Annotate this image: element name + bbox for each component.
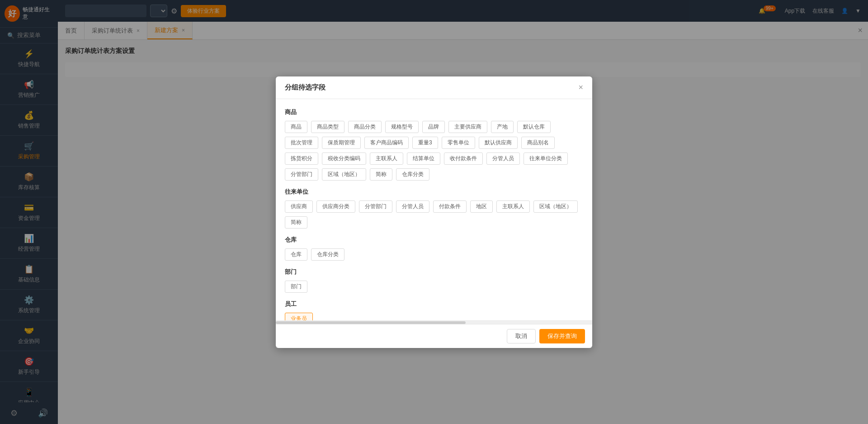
field-grid-staff: 业务员 — [285, 313, 583, 320]
field-tag-主要供应商[interactable]: 主要供应商 — [448, 121, 487, 133]
modal-footer: 取消 保存并查询 — [276, 324, 592, 348]
section-title-department: 部门 — [285, 268, 583, 276]
field-tag-业务员[interactable]: 业务员 — [285, 313, 313, 320]
modal-close-button[interactable]: × — [578, 83, 583, 92]
field-tag-品牌[interactable]: 品牌 — [422, 121, 445, 133]
field-tag-收付款条件[interactable]: 收付款条件 — [444, 152, 483, 165]
field-tag-分管部门[interactable]: 分管部门 — [359, 200, 392, 213]
field-tag-保质期管理[interactable]: 保质期管理 — [322, 137, 361, 149]
field-tag-仓库分类[interactable]: 仓库分类 — [311, 248, 344, 261]
field-tag-地区[interactable]: 地区 — [470, 200, 493, 213]
field-tag-商品类型[interactable]: 商品类型 — [311, 121, 344, 133]
field-tag-规格型号[interactable]: 规格型号 — [385, 121, 419, 133]
field-tag-商品分类[interactable]: 商品分类 — [348, 121, 382, 133]
field-tag-商品别名[interactable]: 商品别名 — [521, 137, 555, 149]
field-tag-区域（地区）[interactable]: 区域（地区） — [533, 200, 578, 213]
field-tag-付款条件[interactable]: 付款条件 — [433, 200, 467, 213]
field-tag-结算单位[interactable]: 结算单位 — [407, 152, 440, 165]
modal-title: 分组待选字段 — [285, 83, 326, 92]
field-tag-区域（地区）[interactable]: 区域（地区） — [322, 168, 366, 181]
section-title-counterpart: 往来单位 — [285, 188, 583, 196]
field-grid-product: 商品商品类型商品分类规格型号品牌主要供应商产地默认仓库批次管理保质期管理客户商品… — [285, 121, 583, 181]
field-tag-仓库分类[interactable]: 仓库分类 — [396, 168, 429, 181]
section-title-staff: 员工 — [285, 300, 583, 308]
field-grid-warehouse: 仓库仓库分类 — [285, 248, 583, 261]
modal-hscroll-thumb[interactable] — [276, 321, 466, 324]
field-tag-客户商品编码[interactable]: 客户商品编码 — [364, 137, 409, 149]
field-grid-department: 部门 — [285, 281, 583, 293]
section-title-warehouse: 仓库 — [285, 236, 583, 244]
field-tag-拣货积分[interactable]: 拣货积分 — [285, 152, 318, 165]
cancel-button[interactable]: 取消 — [507, 329, 536, 343]
field-tag-仓库[interactable]: 仓库 — [285, 248, 307, 261]
field-tag-分管人员[interactable]: 分管人员 — [486, 152, 520, 165]
field-grid-counterpart: 供应商供应商分类分管部门分管人员付款条件地区主联系人区域（地区）简称 — [285, 200, 583, 229]
field-tag-简称[interactable]: 简称 — [285, 216, 307, 229]
field-tag-默认供应商[interactable]: 默认供应商 — [479, 137, 518, 149]
field-tag-往来单位分类[interactable]: 往来单位分类 — [524, 152, 568, 165]
field-tag-产地[interactable]: 产地 — [491, 121, 514, 133]
field-tag-供应商[interactable]: 供应商 — [285, 200, 313, 213]
save-query-button[interactable]: 保存并查询 — [539, 329, 585, 343]
field-tag-分管人员[interactable]: 分管人员 — [396, 200, 429, 213]
field-tag-税收分类编码[interactable]: 税收分类编码 — [322, 152, 366, 165]
field-tag-部门[interactable]: 部门 — [285, 281, 307, 293]
field-tag-商品[interactable]: 商品 — [285, 121, 307, 133]
field-tag-分管部门[interactable]: 分管部门 — [285, 168, 318, 181]
modal-field-selector: 分组待选字段 × 商品商品商品类型商品分类规格型号品牌主要供应商产地默认仓库批次… — [276, 76, 592, 348]
field-tag-主联系人[interactable]: 主联系人 — [496, 200, 530, 213]
field-tag-批次管理[interactable]: 批次管理 — [285, 137, 318, 149]
field-tag-重量3[interactable]: 重量3 — [412, 137, 438, 149]
field-tag-默认仓库[interactable]: 默认仓库 — [517, 121, 551, 133]
field-tag-零售单位[interactable]: 零售单位 — [442, 137, 475, 149]
field-tag-供应商分类[interactable]: 供应商分类 — [316, 200, 355, 213]
modal-header: 分组待选字段 × — [276, 76, 592, 99]
field-tag-简称[interactable]: 简称 — [370, 168, 392, 181]
field-tag-主联系人[interactable]: 主联系人 — [370, 152, 403, 165]
section-title-product: 商品 — [285, 108, 583, 116]
modal-horizontal-scrollbar[interactable] — [276, 320, 592, 324]
modal-body[interactable]: 商品商品商品类型商品分类规格型号品牌主要供应商产地默认仓库批次管理保质期管理客户… — [276, 99, 592, 320]
